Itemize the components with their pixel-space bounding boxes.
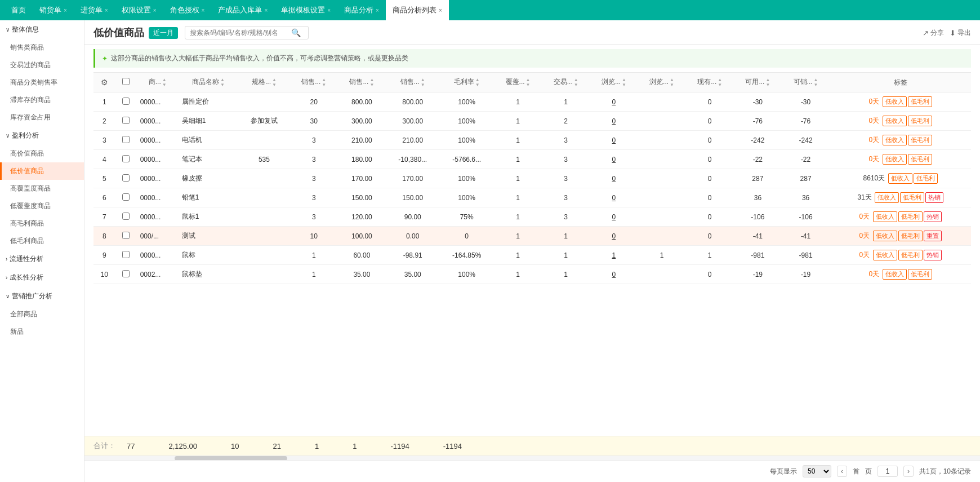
nav-sales[interactable]: 销货单 × [33, 0, 74, 20]
per-page-select[interactable]: 50 20 100 [803, 465, 831, 477]
col-browse2-header[interactable]: 浏览...▲▼ [638, 73, 685, 92]
sidebar-section-marketing[interactable]: ∨ 营销推广分析 [0, 287, 84, 306]
period-button[interactable]: 近一月 [149, 27, 178, 39]
row-browse1[interactable]: 0 [590, 169, 638, 188]
col-checkbox-header[interactable] [115, 73, 137, 92]
col-grossrate-header[interactable]: 毛利率▲▼ [439, 73, 493, 92]
col-available-header[interactable]: 可用...▲▼ [734, 73, 782, 92]
nav-permissions[interactable]: 权限设置 × [115, 0, 163, 20]
settings-icon[interactable]: ⚙ [101, 78, 108, 87]
share-button[interactable]: ↗ 分享 [923, 28, 944, 38]
sidebar-item-new-goods[interactable]: 新品 [0, 323, 84, 341]
row-checkbox-cell[interactable] [115, 131, 137, 150]
row-browse1[interactable]: 0 [590, 92, 638, 112]
select-all-checkbox[interactable] [122, 78, 130, 85]
sidebar-item-low-value[interactable]: 低价值商品 [0, 162, 84, 180]
nav-template[interactable]: 单据模板设置 × [274, 0, 337, 20]
nav-analysis-list-close[interactable]: × [439, 7, 442, 14]
row-browse1[interactable]: 0 [590, 112, 638, 131]
row-checkbox-cell[interactable] [115, 112, 137, 131]
nav-sales-close[interactable]: × [64, 7, 67, 14]
col-name-header[interactable]: 商品名称▲▼ [179, 73, 238, 92]
nav-permissions-close[interactable]: × [153, 7, 157, 14]
col-spec-header[interactable]: 规格...▲▼ [238, 73, 289, 92]
sidebar-section-flow[interactable]: › 流通性分析 [0, 250, 84, 268]
row-checkbox[interactable] [122, 136, 130, 143]
row-checkbox[interactable] [122, 117, 130, 124]
sidebar-section-profit[interactable]: ∨ 盈利分析 [0, 126, 84, 145]
horizontal-scrollbar[interactable] [84, 456, 980, 460]
row-checkbox[interactable] [122, 193, 130, 201]
col-settings-header[interactable]: ⚙ [93, 73, 115, 92]
col-current-header[interactable]: 现有...▲▼ [686, 73, 734, 92]
col-sales1-header[interactable]: 销售...▲▼ [290, 73, 338, 92]
nav-template-close[interactable]: × [327, 7, 331, 14]
row-checkbox-cell[interactable] [115, 92, 137, 112]
row-checkbox-cell[interactable] [115, 227, 137, 246]
row-checkbox-cell[interactable] [115, 169, 137, 188]
row-checkbox-cell[interactable] [115, 246, 137, 265]
col-coverage-header[interactable]: 覆盖...▲▼ [494, 73, 542, 92]
nav-purchase-close[interactable]: × [105, 7, 108, 14]
nav-home[interactable]: 首页 [5, 0, 33, 20]
sidebar-item-traded-goods[interactable]: 交易过的商品 [0, 56, 84, 74]
browse1-link[interactable]: 0 [612, 156, 616, 163]
col-sellable-header[interactable]: 可销...▲▼ [782, 73, 830, 92]
col-sales3-header[interactable]: 销售...▲▼ [386, 73, 439, 92]
row-checkbox[interactable] [122, 270, 130, 277]
row-browse1[interactable]: 0 [590, 265, 638, 284]
row-browse1[interactable]: 1 [590, 246, 638, 265]
col-trade-header[interactable]: 交易...▲▼ [542, 73, 590, 92]
row-browse1[interactable]: 0 [590, 131, 638, 150]
sidebar-section-overall[interactable]: ∨ 整体信息 [0, 20, 84, 39]
browse1-link[interactable]: 0 [612, 136, 616, 144]
row-checkbox[interactable] [122, 251, 130, 258]
sidebar-item-high-coverage[interactable]: 高覆盖度商品 [0, 180, 84, 197]
nav-analysis-close[interactable]: × [376, 7, 379, 14]
search-icon[interactable]: 🔍 [291, 28, 301, 37]
row-browse1[interactable]: 0 [590, 188, 638, 207]
row-checkbox-cell[interactable] [115, 188, 137, 207]
col-browse1-header[interactable]: 浏览...▲▼ [590, 73, 638, 92]
nav-analysis-list[interactable]: 商品分析列表 × [386, 0, 449, 20]
sidebar-item-high-margin[interactable]: 高毛利商品 [0, 215, 84, 232]
sidebar-item-low-coverage[interactable]: 低覆盖度商品 [0, 197, 84, 215]
row-checkbox[interactable] [122, 174, 130, 182]
row-browse1[interactable]: 0 [590, 207, 638, 227]
nav-roles-close[interactable]: × [202, 7, 205, 14]
row-checkbox-cell[interactable] [115, 207, 137, 227]
row-checkbox[interactable] [122, 98, 130, 105]
nav-inventory[interactable]: 产成品入库单 × [211, 0, 274, 20]
row-checkbox-cell[interactable] [115, 265, 137, 284]
export-button[interactable]: ⬇ 导出 [950, 28, 971, 38]
sidebar-item-low-margin[interactable]: 低毛利商品 [0, 232, 84, 250]
row-checkbox[interactable] [122, 232, 130, 239]
row-checkbox[interactable] [122, 155, 130, 162]
browse1-link[interactable]: 1 [612, 251, 616, 259]
next-page-button[interactable]: › [903, 466, 914, 477]
nav-inventory-close[interactable]: × [264, 7, 268, 14]
browse1-link[interactable]: 0 [612, 213, 616, 221]
sidebar-item-high-value[interactable]: 高价值商品 [0, 145, 84, 162]
sidebar-item-category-sales[interactable]: 商品分类销售率 [0, 74, 84, 91]
nav-analysis[interactable]: 商品分析 × [337, 0, 386, 20]
page-number-input[interactable] [877, 466, 898, 477]
browse1-link[interactable]: 0 [612, 194, 616, 202]
row-browse1[interactable]: 0 [590, 150, 638, 169]
search-input[interactable] [190, 29, 291, 37]
first-page-button[interactable]: ‹ [837, 466, 847, 477]
browse1-link[interactable]: 0 [612, 232, 616, 240]
sidebar-item-stagnant[interactable]: 滞库存的商品 [0, 91, 84, 109]
browse1-link[interactable]: 0 [612, 175, 616, 183]
sidebar-item-inventory-capital[interactable]: 库存资金占用 [0, 109, 84, 126]
browse1-link[interactable]: 0 [612, 271, 616, 278]
browse1-link[interactable]: 0 [612, 117, 616, 125]
col-code-header[interactable]: 商...▲▼ [137, 73, 179, 92]
row-checkbox-cell[interactable] [115, 150, 137, 169]
nav-purchase[interactable]: 进货单 × [74, 0, 115, 20]
sidebar-item-all-goods[interactable]: 全部商品 [0, 306, 84, 323]
nav-roles[interactable]: 角色授权 × [163, 0, 212, 20]
row-checkbox[interactable] [122, 213, 130, 220]
sidebar-section-growth[interactable]: › 成长性分析 [0, 268, 84, 287]
browse1-link[interactable]: 0 [612, 98, 616, 106]
